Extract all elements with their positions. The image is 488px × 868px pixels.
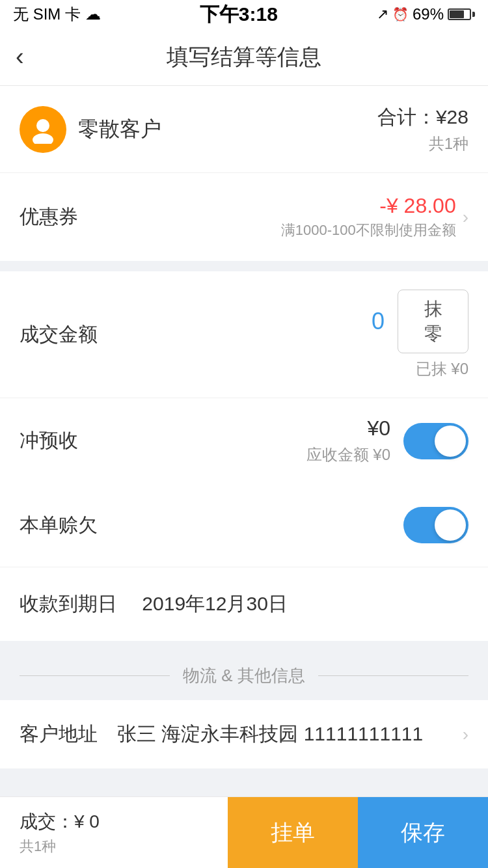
svg-point-1 xyxy=(33,133,53,144)
coupon-desc: 满1000-100不限制使用金额 xyxy=(281,221,456,240)
total-amount: 合计：¥28 xyxy=(377,104,468,131)
deal-amount-row: 成交金额 抹零 已抹 ¥0 xyxy=(0,271,488,398)
divider-line-left xyxy=(20,675,170,676)
svg-point-0 xyxy=(36,119,49,132)
address-value: 张三 海淀永丰科技园 11111111111 xyxy=(117,721,443,748)
she-qian-toggle[interactable] xyxy=(403,507,468,543)
due-date-label: 收款到期日 xyxy=(20,593,117,614)
person-icon xyxy=(29,115,57,144)
coupon-chevron-icon: › xyxy=(463,207,468,228)
address-label: 客户地址 xyxy=(20,721,98,748)
coupon-label: 优惠券 xyxy=(20,204,78,230)
bottom-deal-label: 成交：¥ 0 xyxy=(20,809,208,834)
bottom-summary: 成交：¥ 0 共1种 xyxy=(0,797,228,868)
toggle-knob xyxy=(435,426,466,457)
bottom-count-label: 共1种 xyxy=(20,837,208,856)
coupon-value-block: -¥ 28.00 满1000-100不限制使用金额 xyxy=(281,194,456,240)
customer-right: 合计：¥28 共1种 xyxy=(377,104,468,154)
bottom-bar: 成交：¥ 0 共1种 挂单 保存 xyxy=(0,796,488,868)
bottom-deal-text: 成交： xyxy=(20,811,74,832)
deal-amount-label: 成交金额 xyxy=(20,321,98,348)
coupon-amount: -¥ 28.00 xyxy=(281,194,456,218)
bottom-deal-amount: ¥ 0 xyxy=(74,811,100,832)
location-icon: ↗ xyxy=(377,6,388,23)
no-sim-label: 无 SIM 卡 ☁ xyxy=(13,4,101,25)
content-area: 零散客户 合计：¥28 共1种 优惠券 -¥ 28.00 满1000-100不限… xyxy=(0,86,488,847)
chong-yu-toggle[interactable] xyxy=(403,423,468,459)
she-qian-card: 本单赊欠 收款到期日 2019年12月30日 xyxy=(0,483,488,641)
total-count: 共1种 xyxy=(377,133,468,154)
battery-label: 69% xyxy=(413,5,444,23)
address-row[interactable]: 客户地址 张三 海淀永丰科技园 11111111111 › xyxy=(0,700,488,768)
chong-yu-amount: ¥0 xyxy=(367,416,390,441)
chong-yu-row: 冲预收 ¥0 应收金额 ¥0 xyxy=(0,398,488,483)
logistics-label: 物流 & 其他信息 xyxy=(183,664,305,687)
deal-amount-subtext: 已抹 ¥0 xyxy=(416,359,468,379)
logistics-divider: 物流 & 其他信息 xyxy=(0,651,488,700)
status-right: ↗ ⏰ 69% xyxy=(377,5,475,23)
chong-yu-right: ¥0 应收金额 ¥0 xyxy=(306,416,468,465)
she-qian-row: 本单赊欠 xyxy=(0,483,488,567)
deal-section: 成交金额 抹零 已抹 ¥0 冲预收 ¥0 应收金额 ¥0 xyxy=(0,271,488,483)
coupon-row[interactable]: 优惠券 -¥ 28.00 满1000-100不限制使用金额 › xyxy=(0,172,488,261)
she-qian-label: 本单赊欠 xyxy=(20,512,98,539)
page-title: 填写结算等信息 xyxy=(167,42,321,72)
nav-bar: ‹ 填写结算等信息 xyxy=(0,29,488,86)
status-left: 无 SIM 卡 ☁ xyxy=(13,4,101,25)
due-date-value: 2019年12月30日 xyxy=(142,593,287,614)
divider-line-right xyxy=(318,675,468,676)
due-date-row: 收款到期日 2019年12月30日 xyxy=(0,567,488,641)
battery-icon xyxy=(448,8,475,20)
chong-yu-subtext: 应收金额 ¥0 xyxy=(306,444,390,465)
hang-button[interactable]: 挂单 xyxy=(228,797,358,868)
deal-amount-input[interactable] xyxy=(98,308,385,335)
chong-yu-label: 冲预收 xyxy=(20,427,78,454)
customer-left: 零散客户 xyxy=(20,106,161,153)
avatar xyxy=(20,106,66,153)
time-label: 下午3:18 xyxy=(200,1,278,28)
round-zero-button[interactable]: 抹零 xyxy=(398,290,468,353)
alarm-icon: ⏰ xyxy=(392,7,409,22)
customer-row: 零散客户 合计：¥28 共1种 xyxy=(0,86,488,172)
coupon-right: -¥ 28.00 满1000-100不限制使用金额 › xyxy=(281,194,468,240)
status-bar: 无 SIM 卡 ☁ 下午3:18 ↗ ⏰ 69% xyxy=(0,0,488,29)
deal-amount-right: 抹零 xyxy=(98,290,468,353)
she-qian-toggle-knob xyxy=(435,509,466,541)
customer-name: 零散客户 xyxy=(78,115,161,144)
address-chevron-icon: › xyxy=(463,724,468,745)
customer-card: 零散客户 合计：¥28 共1种 优惠券 -¥ 28.00 满1000-100不限… xyxy=(0,86,488,261)
save-button[interactable]: 保存 xyxy=(358,797,488,868)
back-button[interactable]: ‹ xyxy=(16,43,24,71)
